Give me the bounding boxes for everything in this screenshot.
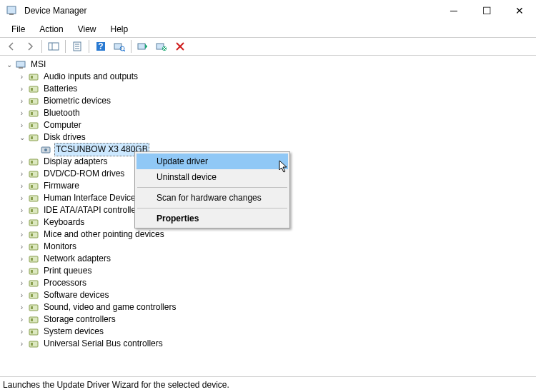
tree-category[interactable]: ›Software devices (1, 289, 535, 301)
expand-icon[interactable]: › (17, 109, 26, 118)
collapse-icon[interactable]: ⌄ (4, 60, 14, 69)
expand-icon[interactable]: › (17, 230, 26, 239)
expand-icon[interactable]: › (17, 218, 26, 227)
show-hide-console-button[interactable] (45, 39, 62, 54)
expand-icon[interactable]: › (17, 157, 26, 166)
tree-category[interactable]: ›Print queues (1, 265, 535, 277)
minimize-button[interactable]: ─ (437, 0, 470, 21)
tree-category[interactable]: ›Universal Serial Bus controllers (1, 338, 535, 350)
svg-rect-59 (31, 294, 33, 297)
toolbar-separator (65, 40, 66, 53)
svg-rect-64 (29, 329, 38, 335)
category-icon (28, 229, 39, 241)
expand-icon[interactable]: › (17, 254, 26, 263)
maximize-button[interactable]: ☐ (470, 0, 503, 21)
svg-rect-66 (29, 341, 38, 347)
expand-icon[interactable]: › (17, 121, 26, 130)
svg-rect-48 (29, 232, 38, 238)
help-button[interactable]: ? (92, 39, 109, 54)
expand-icon[interactable]: › (17, 266, 26, 276)
tree-category[interactable]: ›Monitors (1, 241, 535, 253)
tree-root[interactable]: ⌄ MSI (1, 59, 535, 71)
expand-icon[interactable]: › (17, 84, 26, 94)
forward-button[interactable] (21, 39, 39, 54)
svg-rect-24 (29, 86, 38, 92)
expand-icon[interactable]: › (17, 181, 26, 191)
svg-line-12 (124, 50, 125, 51)
scan-hardware-button[interactable] (111, 39, 128, 54)
expand-icon[interactable]: › (17, 303, 26, 312)
menu-action[interactable]: Action (34, 23, 69, 36)
category-label: Sound, video and game controllers (42, 301, 177, 313)
svg-rect-0 (7, 6, 16, 14)
category-label: Display adapters (42, 156, 109, 168)
svg-point-35 (44, 149, 47, 151)
svg-rect-51 (31, 246, 33, 248)
tree-category[interactable]: ›Audio inputs and outputs (1, 71, 535, 83)
menu-file[interactable]: File (6, 23, 31, 36)
svg-rect-39 (31, 173, 33, 176)
toolbar-separator (131, 40, 131, 53)
tree-category[interactable]: ›Computer (1, 119, 535, 131)
category-icon (28, 217, 39, 228)
menu-help[interactable]: Help (105, 23, 134, 36)
collapse-icon[interactable]: ⌄ (17, 133, 26, 142)
svg-rect-37 (31, 161, 33, 164)
tree-category[interactable]: ⌄Disk drives (1, 131, 535, 144)
category-label: Mice and other pointing devices (42, 228, 166, 241)
category-label: Storage controllers (42, 313, 117, 326)
svg-rect-31 (31, 124, 33, 127)
expand-icon[interactable]: › (17, 315, 26, 324)
uninstall-device-button[interactable] (153, 39, 170, 54)
computer-icon (15, 59, 26, 71)
tree-category[interactable]: ›Network adapters (1, 253, 535, 265)
svg-rect-1 (9, 14, 14, 15)
disk-icon (40, 144, 51, 156)
tree-category[interactable]: ›System devices (1, 326, 535, 338)
tree-category[interactable]: ›Mice and other pointing devices (1, 228, 535, 241)
expand-icon[interactable]: › (17, 194, 26, 203)
svg-rect-38 (29, 171, 38, 177)
expand-icon[interactable]: › (17, 291, 26, 300)
close-button[interactable]: ✕ (503, 0, 536, 21)
expand-icon[interactable]: › (17, 169, 26, 179)
category-icon (28, 253, 39, 265)
tree-category[interactable]: ›Sound, video and game controllers (1, 301, 535, 313)
expand-icon[interactable]: › (17, 278, 26, 288)
svg-rect-2 (49, 43, 59, 50)
tree-category[interactable]: ›Processors (1, 277, 535, 289)
tree-category[interactable]: ›Batteries (1, 83, 535, 95)
update-driver-button[interactable] (134, 39, 152, 54)
expand-icon[interactable]: › (17, 339, 26, 348)
svg-rect-45 (31, 209, 33, 212)
expand-icon[interactable]: › (17, 72, 26, 81)
ctx-uninstall-device[interactable]: Uninstall device (137, 169, 288, 185)
tree-category[interactable]: ›Biometric devices (1, 95, 535, 107)
svg-rect-58 (29, 293, 38, 298)
svg-rect-52 (29, 256, 38, 262)
properties-button[interactable] (69, 39, 86, 54)
disable-device-button[interactable] (172, 39, 189, 54)
svg-rect-47 (31, 221, 33, 224)
tree-category[interactable]: ›Storage controllers (1, 313, 535, 326)
ctx-separator (137, 208, 287, 208)
back-button[interactable] (3, 39, 20, 54)
expand-icon[interactable]: › (17, 242, 26, 251)
svg-rect-60 (29, 305, 38, 311)
expand-icon[interactable]: › (17, 206, 26, 215)
expand-icon[interactable]: › (17, 327, 26, 336)
ctx-properties[interactable]: Properties (137, 211, 288, 226)
category-icon (28, 96, 39, 107)
svg-rect-62 (29, 317, 38, 323)
svg-rect-32 (29, 135, 38, 141)
ctx-scan-hardware[interactable]: Scan for hardware changes (137, 190, 288, 206)
tree-category[interactable]: ›Bluetooth (1, 107, 535, 119)
menu-view[interactable]: View (72, 23, 102, 36)
expand-icon[interactable]: › (17, 96, 26, 106)
category-icon (28, 278, 39, 289)
svg-rect-22 (29, 74, 38, 80)
ctx-update-driver[interactable]: Update driver (137, 154, 288, 169)
svg-rect-21 (19, 67, 23, 69)
svg-rect-49 (31, 233, 33, 236)
svg-rect-56 (29, 281, 38, 286)
